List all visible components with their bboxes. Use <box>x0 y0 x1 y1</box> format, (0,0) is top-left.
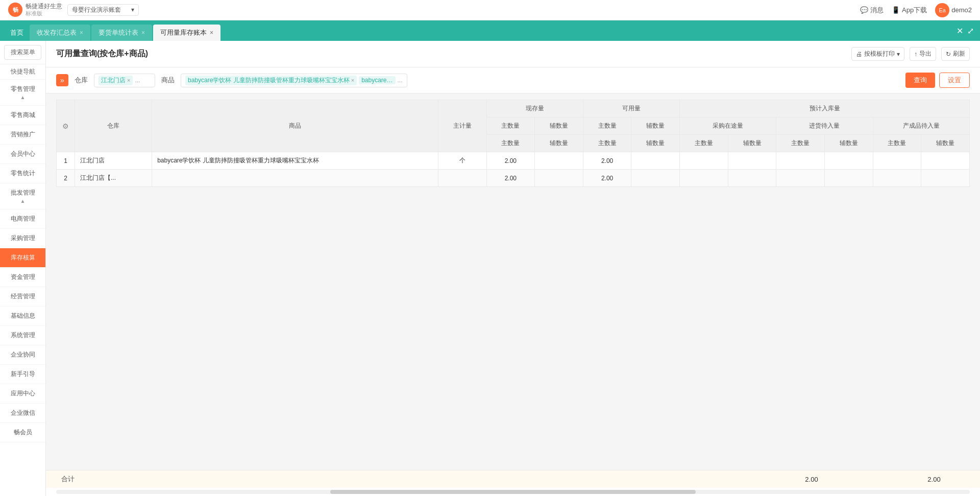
refresh-btn[interactable]: ↻ 刷新 <box>941 47 970 61</box>
table-row: 2 江北门店【... 2.00 2.00 <box>57 170 970 187</box>
table-row: 1 江北门店 babycare学饮杯 儿童防摔防撞吸管杯重力球吸嘴杯宝宝水杯 个… <box>57 152 970 170</box>
sidebar-item-corp-wechat[interactable]: 企业微信 <box>0 404 45 423</box>
top-bar-right: 💬 消息 📱 App下载 Ea demo2 <box>860 3 972 17</box>
th-avail-main: 主数量 <box>583 117 631 135</box>
print-btn[interactable]: 🖨 按模板打印 ▾ <box>851 47 904 61</box>
td-product-main <box>873 170 921 187</box>
filter-expand-btn[interactable]: » <box>56 74 68 86</box>
td-purchase-aux <box>728 170 776 187</box>
logo-sub: 标准版 <box>26 10 62 17</box>
sidebar-item-retail-mgmt[interactable]: 零售管理 ▲ <box>0 80 45 106</box>
tab-order-close[interactable]: × <box>141 29 145 36</box>
enterprise-label: 企业协同 <box>11 350 35 359</box>
corp-wechat-label: 企业微信 <box>11 409 35 417</box>
warehouse-more-icon[interactable]: ... <box>135 77 140 84</box>
sidebar-item-ecommerce[interactable]: 电商管理 <box>0 209 45 229</box>
td-main-unit: 个 <box>438 152 486 170</box>
sidebar-item-app-center[interactable]: 应用中心 <box>0 384 45 404</box>
th-product-group: 产成品待入量 <box>873 117 969 135</box>
content: 可用量查询(按仓库+商品) 🖨 按模板打印 ▾ ↑ 导出 ↻ 刷新 » <box>46 41 980 496</box>
goods-more-icon[interactable]: ... <box>398 77 403 84</box>
th-incoming-group: 预计入库量 <box>680 100 970 117</box>
search-menu-btn[interactable]: 搜索菜单 <box>4 45 41 60</box>
th-purchase-main: 主数量 <box>680 135 728 152</box>
td-product-aux <box>921 170 970 187</box>
tab-available-close[interactable]: × <box>210 29 213 36</box>
scrollbar-area <box>46 488 980 496</box>
th-product-aux: 辅数量 <box>921 135 970 152</box>
sidebar-item-newbie[interactable]: 新手引导 <box>0 365 45 384</box>
retail-stats-label: 零售统计 <box>11 169 35 178</box>
th-product-main: 主数量 <box>873 135 921 152</box>
tab-order[interactable]: 要货单统计表 × <box>91 25 152 41</box>
sidebar-item-retail-mall[interactable]: 零售商城 <box>0 106 45 125</box>
sidebar-item-purchase[interactable]: 采购管理 <box>0 229 45 248</box>
sidebar-item-retail-stats[interactable]: 零售统计 <box>0 164 45 183</box>
scrollbar-thumb[interactable] <box>330 490 696 494</box>
finance-label: 资金管理 <box>11 273 35 281</box>
user-profile[interactable]: Ea demo2 <box>935 3 972 17</box>
sidebar-item-wholesale-mgmt[interactable]: 批发管理 ▲ <box>0 183 45 209</box>
sidebar-item-sys[interactable]: 系统管理 <box>0 326 45 345</box>
retail-mgmt-expand-icon: ▲ <box>20 95 26 100</box>
tab-receipt-label: 收发存汇总表 <box>37 28 77 37</box>
query-btn[interactable]: 查询 <box>905 73 935 88</box>
tab-available[interactable]: 可用量库存账本 × <box>153 25 220 41</box>
quick-nav-btn[interactable]: 快捷导航 <box>0 64 45 80</box>
warehouse-filter-value[interactable]: 江北门店 × ... <box>94 74 155 87</box>
th-goods: 商品 <box>152 100 438 152</box>
th-stock-group: 现存量 <box>486 100 583 117</box>
th-avail-group: 可用量 <box>583 100 679 117</box>
sidebar-item-member-center[interactable]: 会员中心 <box>0 145 45 164</box>
message-btn[interactable]: 💬 消息 <box>860 6 884 15</box>
td-stock-aux <box>535 170 583 187</box>
sidebar-item-marketing[interactable]: 营销推广 <box>0 125 45 145</box>
tab-fullscreen-btn[interactable]: ⤢ <box>967 26 974 36</box>
app-download-btn[interactable]: 📱 App下载 <box>892 6 927 15</box>
sidebar-item-finance[interactable]: 资金管理 <box>0 268 45 287</box>
th-purchase-aux: 辅数量 <box>728 135 776 152</box>
tab-close-all-btn[interactable]: ✕ <box>957 26 963 36</box>
refresh-icon: ↻ <box>946 51 951 58</box>
td-no: 2 <box>57 170 75 187</box>
table-footer: 合计 2.00 2.00 <box>46 470 980 488</box>
user-name: demo2 <box>951 6 972 14</box>
td-avail-aux <box>631 170 680 187</box>
tab-bar-right: ✕ ⤢ <box>957 26 974 36</box>
member-center-label: 会员中心 <box>11 150 35 158</box>
warehouse-tag: 江北门店 × <box>99 76 133 85</box>
top-bar: 畅 畅捷通好生意 标准版 母婴行业演示账套 ▾ 💬 消息 📱 App下载 Ea … <box>0 0 980 20</box>
goods-filter-value[interactable]: babycare学饮杯 儿童防摔防撞吸管杯重力球吸嘴杯宝宝水杯 × babyca… <box>181 74 407 87</box>
sidebar: 搜索菜单 快捷导航 零售管理 ▲ 零售商城 营销推广 会员中心 零售统计 批发管… <box>0 41 46 496</box>
td-stock-aux <box>535 152 583 170</box>
sidebar-search: 搜索菜单 <box>0 41 45 64</box>
td-inbound-aux <box>824 170 873 187</box>
th-avail-main2: 主数量 <box>583 135 631 152</box>
th-stock-aux: 辅数量 <box>535 117 583 135</box>
base-label: 基础信息 <box>11 312 35 320</box>
td-no: 1 <box>57 152 75 170</box>
td-inbound-main <box>776 170 825 187</box>
sidebar-item-vip[interactable]: 畅会员 <box>0 423 45 442</box>
industry-select[interactable]: 母婴行业演示账套 ▾ <box>67 4 139 16</box>
sidebar-item-base[interactable]: 基础信息 <box>0 306 45 326</box>
page-actions: 🖨 按模板打印 ▾ ↑ 导出 ↻ 刷新 <box>851 47 970 61</box>
th-avail-aux2: 辅数量 <box>631 135 680 152</box>
sidebar-item-ops[interactable]: 经营管理 <box>0 287 45 306</box>
filter-right-btns: 查询 设置 <box>905 73 970 88</box>
tab-receipt[interactable]: 收发存汇总表 × <box>30 25 90 41</box>
tab-receipt-close[interactable]: × <box>80 29 83 36</box>
td-main-unit <box>438 170 486 187</box>
sidebar-item-enterprise[interactable]: 企业协同 <box>0 345 45 365</box>
settings-btn[interactable]: 设置 <box>939 73 970 88</box>
goods-tag1-close[interactable]: × <box>351 77 354 83</box>
tab-available-label: 可用量库存账本 <box>160 28 207 37</box>
sidebar-item-inventory[interactable]: 库存核算 <box>0 248 45 268</box>
tab-home[interactable]: 首页 <box>4 25 30 41</box>
td-product-aux <box>921 152 970 170</box>
td-warehouse: 江北门店 <box>75 152 152 170</box>
th-inbound-aux: 辅数量 <box>824 135 873 152</box>
export-btn[interactable]: ↑ 导出 <box>910 47 936 61</box>
warehouse-tag-close[interactable]: × <box>127 77 130 83</box>
export-label: 导出 <box>919 50 932 58</box>
